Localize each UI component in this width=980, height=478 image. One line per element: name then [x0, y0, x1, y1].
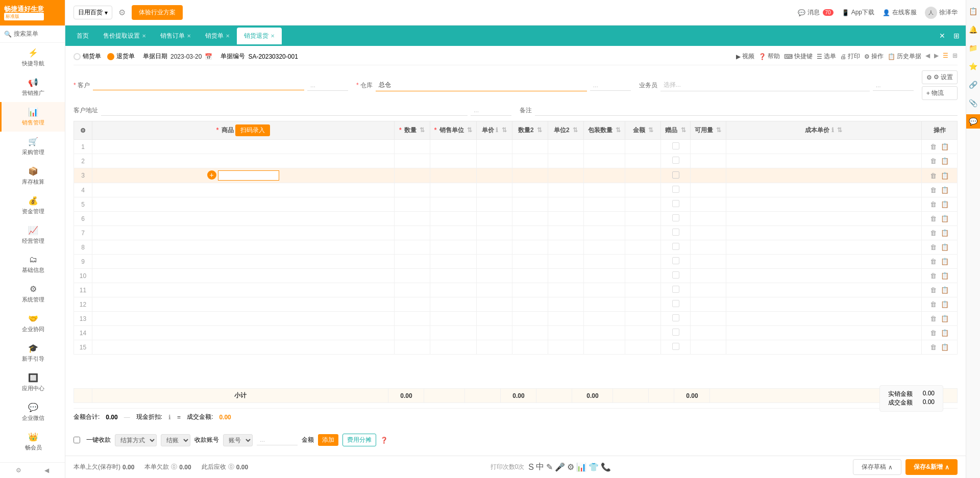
sale-unit-cell-12[interactable]	[430, 297, 476, 312]
amount-cell-15[interactable]	[625, 340, 661, 355]
qty-cell-6[interactable]	[394, 212, 430, 226]
sidebar-item-marketing[interactable]: 📢 营销推广	[0, 72, 65, 102]
available-cell-1[interactable]	[690, 140, 726, 154]
pack-qty-cell-8[interactable]	[583, 240, 625, 255]
right-sidebar-icon-4[interactable]: ⭐	[966, 59, 980, 73]
one-click-pay-checkbox[interactable]	[74, 437, 80, 443]
copy-btn-15[interactable]: 📋	[940, 342, 950, 352]
sidebar-item-purchase[interactable]: 🛒 采购管理	[0, 132, 65, 161]
cost-price-cell-4[interactable]	[726, 183, 921, 197]
sale-unit-cell-7[interactable]	[430, 226, 476, 240]
sidebar-item-system[interactable]: ⚙ 系统管理	[0, 279, 65, 309]
sale-unit-cell-6[interactable]	[430, 212, 476, 226]
delete-btn-8[interactable]: 🗑	[929, 242, 938, 252]
save-draft-button[interactable]: 保存草稿 ∧	[853, 459, 901, 475]
sidebar-item-operations[interactable]: 📈 经营管理	[0, 220, 65, 250]
amount-cell-2[interactable]	[625, 154, 661, 168]
unit2-cell-6[interactable]	[548, 212, 583, 226]
unit2-cell-11[interactable]	[548, 283, 583, 297]
sale-unit-cell-15[interactable]	[430, 340, 476, 355]
amount-cell-4[interactable]	[625, 183, 661, 197]
copy-btn-9[interactable]: 📋	[940, 257, 950, 266]
checkout-select[interactable]: 结账	[161, 434, 190, 446]
delete-btn-4[interactable]: 🗑	[929, 185, 938, 195]
delete-btn-11[interactable]: 🗑	[929, 285, 938, 295]
gift-checkbox-2[interactable]	[672, 157, 679, 164]
radio-return[interactable]: 退货单	[107, 52, 135, 61]
gift-checkbox-13[interactable]	[672, 314, 679, 321]
sidebar-item-enterprise[interactable]: 🤝 企业协同	[0, 309, 65, 338]
pack-qty-cell-3[interactable]	[583, 168, 625, 183]
copy-btn-11[interactable]: 📋	[940, 285, 950, 295]
settings-btn[interactable]: ⚙ ⚙ 设置	[922, 70, 958, 84]
cost-price-cell-11[interactable]	[726, 283, 921, 297]
qty-cell-8[interactable]	[394, 240, 430, 255]
sale-unit-cell-3[interactable]	[430, 168, 476, 183]
address-input[interactable]	[101, 106, 468, 116]
qty2-cell-14[interactable]	[512, 326, 548, 340]
qty-cell-11[interactable]	[394, 283, 430, 297]
cost-price-cell-13[interactable]	[726, 312, 921, 326]
sale-unit-cell-4[interactable]	[430, 183, 476, 197]
customer-input[interactable]	[93, 80, 304, 90]
sidebar-item-finance[interactable]: 💰 资金管理	[0, 191, 65, 220]
view-list-icon[interactable]: ☰	[943, 52, 948, 61]
available-cell-9[interactable]	[690, 255, 726, 269]
tab-layout-icon[interactable]: ⊞	[951, 31, 962, 41]
unit2-cell-5[interactable]	[548, 197, 583, 212]
account-dots[interactable]: ...	[257, 435, 298, 445]
amount-cell-7[interactable]	[625, 226, 661, 240]
goods-cell-6[interactable]	[92, 212, 395, 226]
price-cell-15[interactable]	[476, 340, 512, 355]
gift-cell-11[interactable]	[661, 283, 690, 297]
print-toolbar-icon-8[interactable]: 📞	[601, 462, 611, 472]
available-cell-11[interactable]	[690, 283, 726, 297]
goods-cell-1[interactable]	[92, 140, 395, 154]
unit2-cell-1[interactable]	[548, 140, 583, 154]
tab-sale-order[interactable]: 销售订单 ✕	[153, 28, 198, 44]
goods-cell-9[interactable]	[92, 255, 395, 269]
price-cell-5[interactable]	[476, 197, 512, 212]
copy-btn-14[interactable]: 📋	[940, 328, 950, 338]
shortcut-btn[interactable]: ⌨ 快捷键	[784, 52, 813, 61]
sale-unit-cell-5[interactable]	[430, 197, 476, 212]
pack-qty-cell-13[interactable]	[583, 312, 625, 326]
right-sidebar-icon-6[interactable]: 📎	[966, 96, 980, 110]
tab-sale-return-close[interactable]: ✕	[271, 33, 275, 39]
gift-checkbox-3[interactable]	[672, 171, 679, 179]
col-settings[interactable]: ⚙	[74, 121, 92, 140]
qty2-cell-13[interactable]	[512, 312, 548, 326]
sale-unit-cell-13[interactable]	[430, 312, 476, 326]
settings-gear-icon[interactable]: ⚙	[118, 8, 126, 17]
unit2-cell-12[interactable]	[548, 297, 583, 312]
qty-cell-1[interactable]	[394, 140, 430, 154]
qty-cell-15[interactable]	[394, 340, 430, 355]
col-cost-price-sort[interactable]: ⇅	[837, 127, 842, 134]
gift-checkbox-12[interactable]	[672, 300, 679, 307]
qty-cell-5[interactable]	[394, 197, 430, 212]
gift-cell-5[interactable]	[661, 197, 690, 212]
collapse-icon[interactable]: ◀	[44, 467, 49, 474]
price-cell-13[interactable]	[476, 312, 512, 326]
tab-sale-goods-close[interactable]: ✕	[226, 33, 230, 39]
right-sidebar-icon-2[interactable]: 🔔	[966, 22, 980, 37]
available-cell-10[interactable]	[690, 269, 726, 283]
qty2-cell-11[interactable]	[512, 283, 548, 297]
gift-checkbox-1[interactable]	[672, 142, 679, 149]
discount-info-icon[interactable]: ℹ	[168, 414, 171, 421]
pack-qty-cell-1[interactable]	[583, 140, 625, 154]
available-cell-3[interactable]	[690, 168, 726, 183]
qty2-cell-7[interactable]	[512, 226, 548, 240]
unit2-cell-3[interactable]	[548, 168, 583, 183]
copy-btn-3[interactable]: 📋	[940, 171, 950, 181]
staff-input[interactable]: 选择...	[660, 79, 870, 91]
qty2-cell-4[interactable]	[512, 183, 548, 197]
copy-btn-12[interactable]: 📋	[940, 299, 950, 309]
right-sidebar-icon-1[interactable]: 📋	[966, 4, 980, 18]
gift-cell-15[interactable]	[661, 340, 690, 355]
qty-cell-12[interactable]	[394, 297, 430, 312]
gift-cell-9[interactable]	[661, 255, 690, 269]
price-cell-2[interactable]	[476, 154, 512, 168]
app-download-btn[interactable]: 📱 App下载	[842, 8, 874, 17]
goods-cell-2[interactable]	[92, 154, 395, 168]
